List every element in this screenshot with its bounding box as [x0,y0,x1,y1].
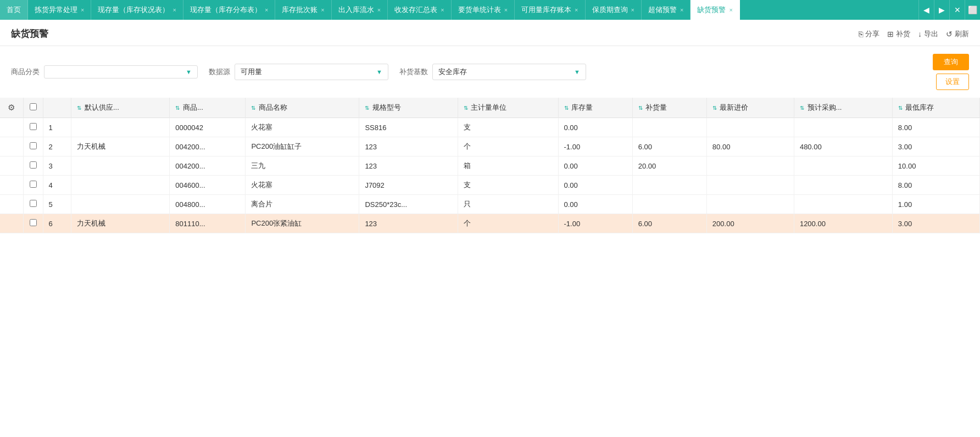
row-name-cell: PC200油缸缸子 [246,137,359,156]
tab-inventory-dist[interactable]: 现存量（库存分布表） × [183,0,275,20]
table-row[interactable]: 4 004600... 火花塞 J7092 支 0.00 8.00 [0,176,980,195]
col-stock[interactable]: ⇅ 库存量 [558,98,632,118]
row-num-cell: 3 [43,156,71,176]
row-replenish-cell [632,195,706,214]
query-button[interactable]: 查询 [933,54,969,70]
col-unit[interactable]: ⇅ 主计量单位 [458,98,558,118]
row-checkbox[interactable] [30,142,37,149]
col-min-stock[interactable]: ⇅ 最低库存 [892,98,979,118]
replenish-button[interactable]: ⊞ 补货 [887,29,910,39]
sort-estimated-icon: ⇅ [800,105,804,111]
table-header: ⚙ ⇅ 默认供应... ⇅ 商品... ⇅ [0,98,980,118]
datasource-chevron-icon: ▼ [376,69,382,75]
row-checkbox[interactable] [30,161,37,169]
row-price-cell [706,176,794,195]
tab-prev-btn[interactable]: ◀ [918,0,934,20]
tab-close-inout-flow[interactable]: × [377,7,381,13]
row-replenish-cell: 20.00 [632,156,706,176]
row-replenish-cell [632,118,706,137]
refresh-icon: ↺ [946,30,953,38]
table-row[interactable]: 1 0000042 火花塞 SS816 支 0.00 8.00 [0,118,980,137]
row-stock-cell: -1.00 [558,137,632,156]
row-checkbox-cell[interactable] [23,118,43,137]
table-row[interactable]: 2 力天机械 004200... PC200油缸缸子 123 个 -1.00 6… [0,137,980,156]
col-replenish-qty[interactable]: ⇅ 补货量 [632,98,706,118]
row-checkbox-cell[interactable] [23,195,43,214]
tab-navigation: ◀ ▶ ✕ ⬜ [918,0,980,20]
col-settings[interactable]: ⚙ [0,98,23,118]
page-header: 缺货预警 ⎘ 分享 ⊞ 补货 ↓ 导出 ↺ 刷新 [0,20,980,46]
gear-icon[interactable]: ⚙ [8,103,15,112]
row-settings-cell [0,156,23,176]
tab-next-btn[interactable]: ▶ [934,0,949,20]
row-num-cell: 1 [43,118,71,137]
sort-unit-icon: ⇅ [464,105,468,111]
datasource-select[interactable]: 可用量 ▼ [235,64,388,80]
col-latest-price[interactable]: ⇅ 最新进价 [706,98,794,118]
row-minstock-cell: 3.00 [892,137,979,156]
tab-available-ledger[interactable]: 可用量库存账本 × [515,0,585,20]
sort-code-icon: ⇅ [175,105,180,111]
row-checkbox-cell[interactable] [23,156,43,176]
col-default-supplier[interactable]: ⇅ 默认供应... [71,98,170,118]
tab-close-abnormal[interactable]: × [81,7,84,13]
tab-close-overstock[interactable]: × [680,7,683,13]
row-supplier-cell: 力天机械 [71,214,170,233]
table-row[interactable]: 3 004200... 三九 123 箱 0.00 20.00 10.00 [0,156,980,176]
tab-recv-summary[interactable]: 收发存汇总表 × [388,0,451,20]
tab-close-inventory-dist[interactable]: × [265,7,268,13]
col-product-name[interactable]: ⇅ 商品名称 [246,98,359,118]
row-settings-cell [0,176,23,195]
tab-batch-account[interactable]: 库存批次账 × [275,0,331,20]
row-price-cell: 200.00 [706,214,794,233]
page-title: 缺货预警 [11,27,48,40]
sort-stock-icon: ⇅ [564,105,569,111]
tab-maximize-btn[interactable]: ⬜ [965,0,980,20]
tab-abnormal[interactable]: 拣货异常处理 × [28,0,91,20]
tab-order-stats[interactable]: 要货单统计表 × [452,0,515,20]
tab-close-shortage[interactable]: × [729,7,732,13]
tab-close-recv-summary[interactable]: × [441,7,444,13]
tab-overstock[interactable]: 超储预警 × [642,0,691,20]
select-all-checkbox[interactable] [30,103,37,110]
tab-home[interactable]: 首页 [0,0,28,20]
row-checkbox-cell[interactable] [23,214,43,233]
row-stock-cell: -1.00 [558,214,632,233]
row-checkbox[interactable] [30,200,37,207]
table-row[interactable]: 6 力天机械 801110... PC200张紧油缸 123 个 -1.00 6… [0,214,980,233]
category-select[interactable]: ▼ [44,65,198,79]
row-checkbox[interactable] [30,123,37,130]
tab-close-order-stats[interactable]: × [504,7,508,13]
table-row[interactable]: 5 004800... 离合片 DS250*23c... 只 0.00 1.00 [0,195,980,214]
share-button[interactable]: ⎘ 分享 [859,29,879,39]
col-product-code[interactable]: ⇅ 商品... [170,98,246,118]
row-checkbox[interactable] [30,219,37,226]
tab-close-batch-account[interactable]: × [321,7,324,13]
replenish-icon: ⊞ [887,30,894,38]
datasource-filter-group: 数据源 可用量 ▼ [209,64,388,80]
tab-inventory-status[interactable]: 现存量（库存状况表） × [91,0,183,20]
row-checkbox[interactable] [30,181,37,188]
sort-name-icon: ⇅ [251,105,255,111]
row-price-cell [706,118,794,137]
tab-expiry[interactable]: 保质期查询 × [586,0,642,20]
tab-close-expiry[interactable]: × [631,7,634,13]
row-checkbox-cell[interactable] [23,176,43,195]
tab-inout-flow[interactable]: 出入库流水 × [332,0,388,20]
tab-close-inventory-status[interactable]: × [172,7,176,13]
tab-close-available-ledger[interactable]: × [575,7,578,13]
export-button[interactable]: ↓ 导出 [918,29,938,39]
settings-button[interactable]: 设置 [936,74,969,90]
tab-shortage[interactable]: 缺货预警 × [691,0,739,20]
header-actions: ⎘ 分享 ⊞ 补货 ↓ 导出 ↺ 刷新 [859,29,969,39]
row-settings-cell [0,118,23,137]
replenish-basis-filter-group: 补货基数 安全库存 ▼ [399,64,586,80]
col-spec[interactable]: ⇅ 规格型号 [359,98,458,118]
replenish-basis-select[interactable]: 安全库存 ▼ [432,64,586,80]
row-checkbox-cell[interactable] [23,137,43,156]
tab-close-btn[interactable]: ✕ [949,0,965,20]
row-minstock-cell: 10.00 [892,156,979,176]
refresh-button[interactable]: ↺ 刷新 [946,29,969,39]
col-estimated-purchase[interactable]: ⇅ 预计采购... [794,98,892,118]
row-name-cell: 离合片 [246,195,359,214]
